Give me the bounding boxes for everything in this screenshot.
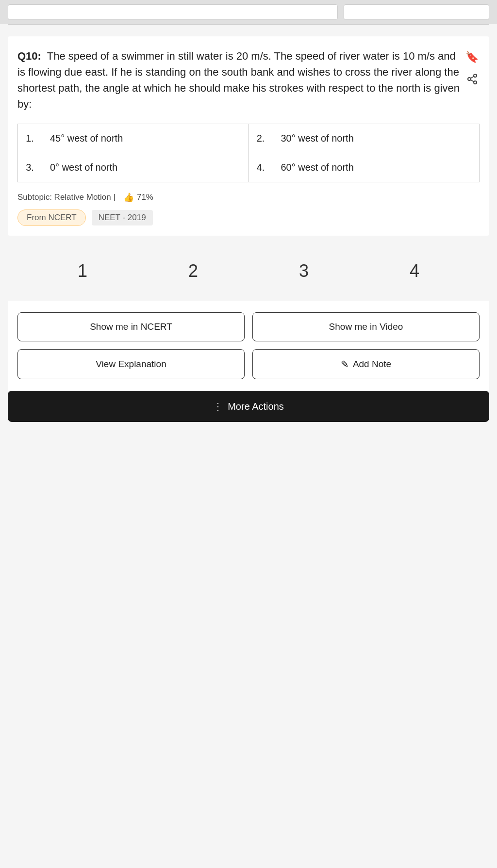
divider	[8, 24, 489, 25]
action-row-1: Show me in NCERT Show me in Video	[17, 312, 480, 341]
show-ncert-button[interactable]: Show me in NCERT	[17, 312, 245, 341]
show-video-button[interactable]: Show me in Video	[252, 312, 480, 341]
option-3-text: 0° west of north	[42, 153, 249, 182]
question-text: The speed of a swimmer in still water is…	[17, 50, 460, 110]
svg-line-3	[470, 80, 474, 82]
add-note-label: Add Note	[353, 359, 391, 370]
answer-option-2[interactable]: 2	[138, 251, 248, 291]
question-icons: 🔖	[464, 48, 480, 89]
tag-neet: NEET - 2019	[92, 210, 153, 225]
question-card: Q10: The speed of a swimmer in still wat…	[8, 36, 489, 236]
top-input-1[interactable]	[8, 4, 338, 20]
add-note-icon: ✎	[341, 358, 349, 370]
options-table: 1. 45° west of north 2. 30° west of nort…	[17, 124, 480, 182]
question-body: Q10: The speed of a swimmer in still wat…	[17, 50, 460, 110]
table-row: 1. 45° west of north 2. 30° west of nort…	[18, 124, 480, 153]
more-actions-dots-icon: ⋮	[213, 401, 224, 412]
option-1-text: 45° west of north	[42, 124, 249, 153]
answer-row: 1 2 3 4	[17, 251, 480, 291]
action-buttons-section: Show me in NCERT Show me in Video View E…	[8, 301, 489, 391]
option-2-num: 2.	[248, 124, 273, 153]
option-3-num: 3.	[18, 153, 42, 182]
add-note-button[interactable]: ✎ Add Note	[252, 349, 480, 379]
meta-row: Subtopic: Relative Motion | 👍 71%	[17, 192, 480, 203]
question-header: Q10: The speed of a swimmer in still wat…	[17, 48, 480, 112]
table-row: 3. 0° west of north 4. 60° west of north	[18, 153, 480, 182]
subtopic-label: Subtopic: Relative Motion |	[17, 193, 116, 202]
tag-ncert: From NCERT	[17, 209, 86, 226]
question-text-block: Q10: The speed of a swimmer in still wat…	[17, 48, 461, 112]
thumbs-up-icon: 👍	[123, 192, 134, 203]
like-badge: 👍 71%	[123, 192, 153, 203]
answer-section: 1 2 3 4	[8, 236, 489, 301]
tags-row: From NCERT NEET - 2019	[17, 209, 480, 226]
bookmark-button[interactable]: 🔖	[464, 50, 480, 64]
more-actions-label: More Actions	[228, 401, 284, 412]
svg-line-4	[470, 77, 474, 79]
option-2-text: 30° west of north	[273, 124, 480, 153]
action-row-2: View Explanation ✎ Add Note	[17, 349, 480, 379]
option-1-num: 1.	[18, 124, 42, 153]
option-4-text: 60° west of north	[273, 153, 480, 182]
answer-option-4[interactable]: 4	[359, 251, 470, 291]
option-4-num: 4.	[248, 153, 273, 182]
share-button[interactable]	[464, 72, 480, 89]
top-input-2[interactable]	[344, 4, 489, 20]
like-percent: 71%	[137, 193, 153, 202]
question-number: Q10:	[17, 50, 41, 62]
view-explanation-button[interactable]: View Explanation	[17, 349, 245, 379]
top-bar	[0, 0, 497, 24]
answer-option-1[interactable]: 1	[27, 251, 138, 291]
more-actions-bar[interactable]: ⋮ More Actions	[8, 391, 489, 422]
answer-option-3[interactable]: 3	[248, 251, 359, 291]
